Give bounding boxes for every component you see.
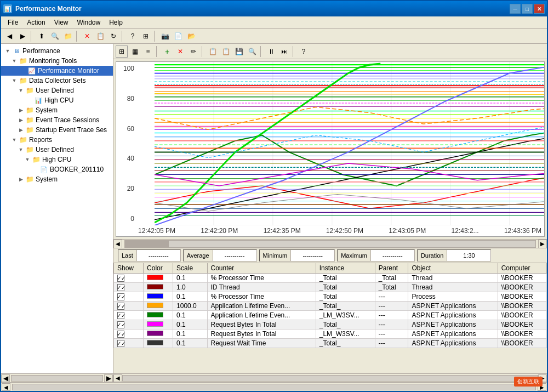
x-label-2: 12:42:35 PM — [264, 227, 301, 235]
cell-show[interactable]: ✓ — [114, 311, 144, 320]
table-row[interactable]: ✓ 0.1 % Processor Time _Total _Total Thr… — [114, 274, 547, 283]
paste-btn[interactable]: 📋 — [220, 46, 232, 58]
sidebar-item-performance[interactable]: ▼ 🖥 Performance — [1, 46, 113, 56]
col-parent[interactable]: Parent — [375, 263, 408, 274]
folders-button[interactable]: 📁 — [62, 30, 74, 42]
sidebar-item-user-defined-2[interactable]: ▼ 📁 User Defined — [1, 145, 113, 155]
report-view-btn[interactable]: ≡ — [142, 46, 154, 58]
chart-view-btn[interactable]: ⊞ — [116, 46, 128, 58]
next-btn[interactable]: ⏭ — [278, 46, 290, 58]
col-counter[interactable]: Counter — [207, 263, 316, 274]
sidebar-item-monitoring-tools[interactable]: ▼ 📁 Monitoring Tools — [1, 56, 113, 66]
chart-scrollbar-track[interactable] — [124, 240, 536, 248]
chart-scrollbar-thumb[interactable] — [125, 241, 169, 247]
table-scroll-left[interactable]: ◀ — [113, 374, 122, 382]
cell-parent: --- — [375, 339, 408, 348]
close-button[interactable]: ✕ — [534, 4, 545, 14]
zoom-btn[interactable]: 🔍 — [246, 46, 258, 58]
pause-btn[interactable]: ⏸ — [265, 46, 277, 58]
stat-last-value: ---------- — [136, 250, 180, 261]
histogram-view-btn[interactable]: ▦ — [129, 46, 141, 58]
expand-icon: ▼ — [3, 47, 12, 55]
table-row[interactable]: ✓ 0.1 Request Wait Time _Total_ --- ASP.… — [114, 339, 547, 348]
col-scale[interactable]: Scale — [173, 263, 207, 274]
cell-color — [144, 320, 173, 329]
sidebar-horizontal-scroll[interactable]: ◀ ▶ — [1, 373, 113, 382]
col-show[interactable]: Show — [114, 263, 144, 274]
cell-counter: ID Thread — [207, 283, 316, 292]
cell-show[interactable]: ✓ — [114, 329, 144, 339]
menu-help[interactable]: Help — [105, 18, 127, 27]
remove-counter-btn[interactable]: ✕ — [174, 46, 186, 58]
main-scroll-left[interactable]: ◀ — [2, 383, 10, 391]
monitor-icon: 📈 — [27, 66, 36, 75]
sidebar-item-user-defined[interactable]: ▼ 📁 User Defined — [1, 86, 113, 95]
view-button[interactable]: 📄 — [172, 30, 184, 42]
cell-show[interactable]: ✓ — [114, 283, 144, 292]
cell-color — [144, 274, 173, 283]
sidebar-item-system-1[interactable]: ▶ 📁 System — [1, 105, 113, 115]
table-row[interactable]: ✓ 1.0 ID Thread _Total _Total Thread \\B… — [114, 283, 547, 292]
sidebar-item-high-cpu-1[interactable]: 📊 High CPU — [1, 95, 113, 105]
menu-file[interactable]: File — [3, 18, 22, 27]
cell-show[interactable]: ✓ — [114, 274, 144, 283]
sidebar-item-reports[interactable]: ▼ 📁 Reports — [1, 135, 113, 145]
col-color[interactable]: Color — [144, 263, 173, 274]
sidebar-scrollbar[interactable] — [11, 375, 103, 382]
new-window-button[interactable]: ⊞ — [140, 30, 152, 42]
copy-image-btn[interactable]: 📋 — [207, 46, 219, 58]
properties-button[interactable]: 📋 — [94, 30, 106, 42]
sidebar-item-booker[interactable]: 📄 BOOKER_201110 — [1, 164, 113, 174]
delete-button[interactable]: ✕ — [81, 30, 93, 42]
forward-button[interactable]: ▶ — [16, 30, 28, 42]
sidebar-item-performance-monitor[interactable]: 📈 Performance Monitor — [1, 66, 113, 76]
sidebar-item-startup-event[interactable]: ▶ 📁 Startup Event Trace Ses — [1, 125, 113, 135]
chart-scroll-right[interactable]: ▶ — [538, 240, 547, 248]
cell-show[interactable]: ✓ — [114, 320, 144, 329]
search-button[interactable]: 🔍 — [49, 30, 61, 42]
col-object[interactable]: Object — [408, 263, 498, 274]
performance-icon: 🖥 — [12, 47, 21, 55]
table-scroll-area[interactable]: Show Color Scale Counter Instance Parent… — [113, 263, 547, 373]
add-counter-btn[interactable]: + — [161, 46, 173, 58]
menu-window[interactable]: Window — [73, 18, 105, 27]
cell-show[interactable]: ✓ — [114, 339, 144, 348]
chart-scroll-left[interactable]: ◀ — [113, 240, 122, 248]
minimize-button[interactable]: ─ — [510, 4, 521, 14]
capture-button[interactable]: 📷 — [159, 30, 171, 42]
cell-object: ASP.NET Applications — [408, 311, 498, 320]
sidebar-item-system-2[interactable]: ▶ 📁 System — [1, 174, 113, 184]
cell-show[interactable]: ✓ — [114, 292, 144, 302]
sidebar-item-high-cpu-2[interactable]: ▼ 📁 High CPU — [1, 155, 113, 164]
expand-icon-4: ▼ — [10, 76, 19, 85]
table-row[interactable]: ✓ 1000.0 Application Lifetime Even... _T… — [114, 302, 547, 311]
table-scrollbar-track[interactable] — [122, 375, 538, 382]
up-button[interactable]: ⬆ — [36, 30, 48, 42]
scroll-right-btn[interactable]: ▶ — [104, 374, 113, 382]
perf-help-btn[interactable]: ? — [298, 46, 310, 58]
folder2-button[interactable]: 📂 — [185, 30, 197, 42]
sidebar-item-event-trace[interactable]: ▶ 📁 Event Trace Sessions — [1, 115, 113, 125]
table-row[interactable]: ✓ 0.1 Application Lifetime Even... _LM_W… — [114, 311, 547, 320]
table-row[interactable]: ✓ 0.1 Request Bytes In Total _LM_W3SV...… — [114, 329, 547, 339]
col-computer[interactable]: Computer — [498, 263, 546, 274]
table-row[interactable]: ✓ 0.1 % Processor Time _Total --- Proces… — [114, 292, 547, 302]
refresh-button[interactable]: ↻ — [107, 30, 119, 42]
main-scrollbar[interactable] — [12, 384, 536, 390]
save-btn[interactable]: 💾 — [233, 46, 245, 58]
help-toolbar-button[interactable]: ? — [127, 30, 139, 42]
col-instance[interactable]: Instance — [316, 263, 375, 274]
edit-counter-btn[interactable]: ✏ — [187, 46, 199, 58]
menu-action[interactable]: Action — [22, 18, 49, 27]
sidebar-item-data-collector-sets[interactable]: ▼ 📁 Data Collector Sets — [1, 76, 113, 86]
cell-color — [144, 302, 173, 311]
cell-instance: _Total_ — [316, 302, 375, 311]
menu-view[interactable]: View — [50, 18, 73, 27]
cell-show[interactable]: ✓ — [114, 302, 144, 311]
stat-last-label: Last — [118, 252, 136, 259]
scroll-left-btn[interactable]: ◀ — [1, 374, 10, 382]
sidebar-label-event-trace: Event Trace Sessions — [36, 116, 99, 124]
back-button[interactable]: ◀ — [3, 30, 15, 42]
table-row[interactable]: ✓ 0.1 Request Bytes In Total _Total_ ---… — [114, 320, 547, 329]
maximize-button[interactable]: □ — [522, 4, 533, 14]
